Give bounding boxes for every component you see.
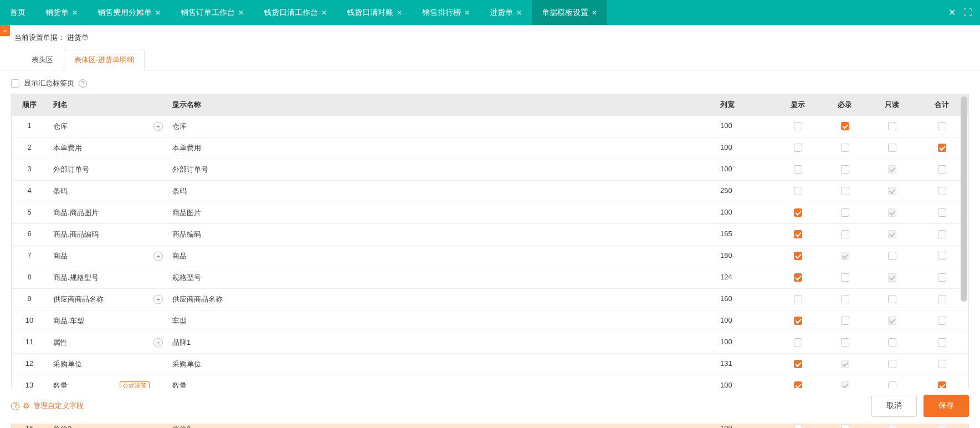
checkbox[interactable] bbox=[938, 187, 946, 195]
checkbox[interactable] bbox=[841, 317, 849, 325]
cell-width[interactable]: 100 bbox=[715, 310, 774, 332]
tab-close-icon[interactable]: ✕ bbox=[321, 9, 327, 17]
section-tab[interactable]: 表头区 bbox=[21, 49, 64, 70]
checkbox[interactable] bbox=[794, 187, 802, 195]
top-tab[interactable]: 进货单✕ bbox=[480, 0, 532, 25]
checkbox[interactable] bbox=[841, 144, 849, 152]
checkbox[interactable] bbox=[841, 165, 849, 174]
add-icon[interactable]: + bbox=[153, 338, 163, 348]
save-button[interactable]: 保存 bbox=[923, 395, 969, 417]
checkbox[interactable] bbox=[794, 425, 802, 428]
tab-close-icon[interactable]: ✕ bbox=[155, 9, 161, 17]
tab-close-icon[interactable]: ✕ bbox=[592, 9, 597, 17]
checkbox[interactable] bbox=[938, 360, 946, 368]
scrollbar-track[interactable] bbox=[961, 95, 967, 428]
checkbox[interactable] bbox=[841, 295, 849, 303]
top-tab[interactable]: 钱货日清对账✕ bbox=[337, 0, 412, 25]
checkbox[interactable] bbox=[938, 165, 946, 174]
top-tab[interactable]: 单据模板设置✕ bbox=[532, 0, 607, 25]
checkbox[interactable] bbox=[794, 122, 802, 130]
checkbox[interactable] bbox=[794, 208, 802, 217]
checkbox[interactable] bbox=[841, 122, 849, 130]
checkbox[interactable] bbox=[794, 360, 802, 368]
cell-width[interactable]: 100 bbox=[715, 332, 774, 353]
tab-close-icon[interactable]: ✕ bbox=[516, 9, 522, 17]
checkbox[interactable] bbox=[794, 338, 802, 347]
cell-width[interactable]: 100 bbox=[715, 159, 774, 180]
tab-close-icon[interactable]: ✕ bbox=[72, 9, 78, 17]
checkbox[interactable] bbox=[794, 273, 802, 282]
top-tab[interactable]: 钱货日清工作台✕ bbox=[254, 0, 337, 25]
cell-width[interactable]: 131 bbox=[715, 354, 774, 375]
checkbox[interactable] bbox=[888, 252, 896, 260]
checkbox[interactable] bbox=[938, 230, 946, 238]
checkbox[interactable] bbox=[794, 252, 802, 260]
cell-display-name[interactable]: 品牌1 bbox=[167, 332, 715, 353]
checkbox[interactable] bbox=[938, 208, 946, 217]
checkbox[interactable] bbox=[794, 230, 802, 238]
cell-width[interactable]: 160 bbox=[715, 289, 774, 310]
cell-display-name[interactable]: 商品 bbox=[167, 246, 715, 267]
cell-width[interactable]: 165 bbox=[715, 224, 774, 245]
cell-width[interactable]: 100 bbox=[715, 116, 774, 137]
checkbox[interactable] bbox=[841, 208, 849, 217]
cell-width[interactable]: 100 bbox=[715, 202, 774, 223]
top-tab[interactable]: 销售排行榜✕ bbox=[412, 0, 480, 25]
checkbox[interactable] bbox=[841, 425, 849, 428]
checkbox[interactable] bbox=[841, 273, 849, 282]
cell-display-name[interactable]: 外部订单号 bbox=[167, 159, 715, 180]
cell-width[interactable]: 100 bbox=[715, 137, 774, 159]
collapse-caret-icon[interactable]: » bbox=[0, 25, 10, 36]
top-tab[interactable]: 销售订单工作台✕ bbox=[171, 0, 254, 25]
checkbox[interactable] bbox=[938, 317, 946, 325]
checkbox[interactable] bbox=[794, 165, 802, 174]
footer-help-icon[interactable]: ? bbox=[11, 402, 19, 410]
checkbox[interactable] bbox=[938, 338, 946, 347]
checkbox[interactable] bbox=[888, 295, 896, 303]
checkbox[interactable] bbox=[794, 295, 802, 303]
checkbox[interactable] bbox=[888, 122, 896, 130]
cell-width[interactable]: 124 bbox=[715, 267, 774, 288]
help-icon[interactable]: ? bbox=[79, 79, 87, 88]
cell-display-name[interactable]: 商品图片 bbox=[167, 202, 715, 223]
checkbox[interactable] bbox=[938, 273, 946, 282]
manage-custom-fields-link[interactable]: 管理自定义字段 bbox=[33, 401, 84, 411]
checkbox[interactable] bbox=[938, 122, 946, 130]
scrollbar-thumb[interactable] bbox=[961, 96, 967, 302]
add-icon[interactable]: + bbox=[153, 295, 163, 304]
show-summary-checkbox[interactable] bbox=[11, 79, 19, 88]
fullscreen-icon[interactable]: ⛶ bbox=[963, 8, 972, 18]
add-icon[interactable]: + bbox=[153, 252, 163, 261]
checkbox[interactable] bbox=[938, 144, 946, 152]
checkbox[interactable] bbox=[938, 295, 946, 303]
cell-display-name[interactable]: 采购单位 bbox=[167, 354, 715, 375]
cell-display-name[interactable]: 供应商商品名称 bbox=[167, 289, 715, 310]
checkbox[interactable] bbox=[794, 144, 802, 152]
checkbox[interactable] bbox=[938, 252, 946, 260]
top-tab[interactable]: 销售费用分摊单✕ bbox=[88, 0, 171, 25]
top-tab[interactable]: 首页 bbox=[0, 0, 35, 25]
checkbox[interactable] bbox=[888, 338, 896, 347]
close-all-icon[interactable]: ✕ bbox=[948, 7, 956, 18]
cancel-button[interactable]: 取消 bbox=[871, 395, 917, 417]
cell-display-name[interactable]: 仓库 bbox=[167, 116, 715, 137]
cell-width[interactable]: 160 bbox=[715, 246, 774, 267]
cell-display-name[interactable]: 条码 bbox=[167, 181, 715, 202]
checkbox[interactable] bbox=[841, 338, 849, 347]
cell-display-name[interactable]: 商品编码 bbox=[167, 224, 715, 245]
checkbox[interactable] bbox=[888, 144, 896, 152]
checkbox[interactable] bbox=[841, 230, 849, 238]
cell-display-name[interactable]: 车型 bbox=[167, 310, 715, 332]
tab-close-icon[interactable]: ✕ bbox=[464, 9, 470, 17]
cell-width[interactable]: 250 bbox=[715, 181, 774, 202]
checkbox[interactable] bbox=[794, 317, 802, 325]
tab-close-icon[interactable]: ✕ bbox=[238, 9, 244, 17]
checkbox[interactable] bbox=[841, 187, 849, 195]
tab-close-icon[interactable]: ✕ bbox=[397, 9, 402, 17]
cell-display-name[interactable]: 本单费用 bbox=[167, 137, 715, 159]
add-icon[interactable]: + bbox=[153, 122, 163, 131]
gear-icon[interactable]: ⚙ bbox=[23, 401, 30, 410]
section-tab[interactable]: 表体区-进货单明细 bbox=[64, 49, 145, 70]
checkbox[interactable] bbox=[888, 360, 896, 368]
top-tab[interactable]: 销货单✕ bbox=[35, 0, 88, 25]
